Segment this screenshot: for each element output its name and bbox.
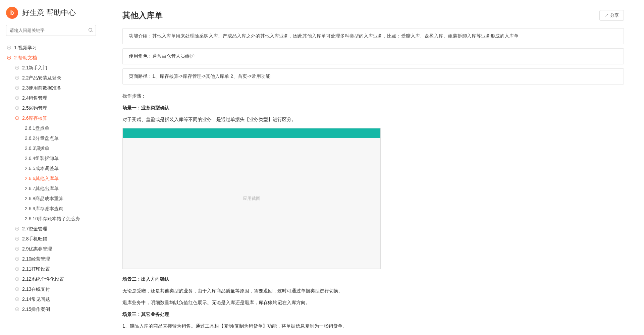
card-role-text: 通常由仓管人员维护 [152,53,195,59]
card-intro: 功能介绍：其他入库单用来处理除采购入库、产成品入库之外的其他入库业务，因此其他入… [122,28,624,44]
nav-item-2-6-10[interactable]: 2.6.10库存账本错了怎么办 [25,214,96,224]
nav-item-2-6-9[interactable]: 2.6.9库存账本查询 [25,204,96,214]
nav-label: 2.5采购管理 [22,103,47,113]
plus-icon [14,276,20,282]
plus-icon [14,65,20,71]
nav-label: 2.15操作案例 [22,304,50,314]
card-role: 使用角色：通常由仓管人员维护 [122,48,624,64]
nav-label: 2.14常见问题 [22,294,50,304]
nav-item-2-8[interactable]: 2.8手机旺铺 [14,234,96,244]
nav-item-video[interactable]: 1.视频学习 [6,43,96,53]
plus-icon [6,45,12,51]
nav-label: 2.10经营管理 [22,254,50,264]
nav-label: 2.6.7其他出库单 [25,183,59,193]
nav-label: 2.13在线支付 [22,284,50,294]
nav-item-2-6-5[interactable]: 2.6.5成本调整单 [25,163,96,173]
nav-label: 2.4销售管理 [22,93,47,103]
scene3-line1: 1、赠品入库的商品直接转为销售。通过工具栏【复制/复制为销货单】功能，将单据信息… [122,322,624,330]
nav-label: 2.11打印设置 [22,264,50,274]
card-intro-text: 其他入库单用来处理除采购入库、产成品入库之外的其他入库业务，因此其他入库单可处理… [152,33,519,39]
nav-item-2-6-2[interactable]: 2.6.2分量盘点单 [25,133,96,143]
steps-label: 操作步骤： [122,92,624,100]
nav-item-2-2[interactable]: 2.2产品安装及登录 [14,73,96,83]
scene1-heading: 场景一：业务类型确认 [122,104,624,112]
nav-label: 2.6.4组装拆卸单 [25,153,59,163]
share-label: 分享 [610,13,619,18]
nav-label: 2.1新手入门 [22,63,47,73]
scene2-line1: 无论是受赠，还是其他类型的业务，由于入库商品质量等原因，需要退回，这时可通过单据… [122,287,624,295]
brand-title: 好生意 帮助中心 [22,8,76,18]
article-body: 操作步骤： 场景一：业务类型确认 对于受赠、盘盈或是拆装入库等不同的业务，是通过… [122,92,624,331]
nav-label: 2.6.3调拨单 [25,143,49,153]
nav-label: 1.视频学习 [14,43,37,53]
nav-label: 2.帮助文档 [14,53,37,63]
nav-item-2-6-3[interactable]: 2.6.3调拨单 [25,143,96,153]
card-path-text: 1、库存核算->库存管理->其他入库单 2、首页->常用功能 [152,73,270,79]
main-content: 其他入库单 ↗ 分享 功能介绍：其他入库单用来处理除采购入库、产成品入库之外的其… [102,0,644,335]
nav-item-2-3[interactable]: 2.3使用前数据准备 [14,83,96,93]
nav-label: 2.8手机旺铺 [22,234,47,244]
plus-icon [14,296,20,302]
share-button[interactable]: ↗ 分享 [599,10,624,21]
brand: b 好生意 帮助中心 [6,7,96,19]
card-intro-label: 功能介绍： [129,33,152,39]
nav-item-2-6[interactable]: 2.6库存核算 [14,113,96,123]
nav-label: 2.6.9库存账本查询 [25,204,63,214]
nav-label: 2.6.8商品成本重算 [25,193,63,204]
nav-item-2-9[interactable]: 2.9优惠券管理 [14,244,96,254]
plus-icon [14,286,20,292]
nav-label: 2.3使用前数据准备 [22,83,61,93]
plus-icon [14,85,20,91]
nav-item-2-5[interactable]: 2.5采购管理 [14,103,96,113]
nav-item-2-1[interactable]: 2.1新手入门 [14,63,96,73]
search-icon[interactable] [88,27,93,34]
nav-item-2-6-4[interactable]: 2.6.4组装拆卸单 [25,153,96,163]
nav-label: 2.2产品安装及登录 [22,73,61,83]
nav-label: 2.6.5成本调整单 [25,163,59,173]
nav-item-docs[interactable]: 2.帮助文档 [6,53,96,63]
nav-item-2-7[interactable]: 2.7资金管理 [14,224,96,234]
nav-label: 2.6.6其他入库单 [25,173,59,183]
nav-label: 2.7资金管理 [22,224,47,234]
nav-item-2-14[interactable]: 2.14常见问题 [14,294,96,304]
nav-item-2-15[interactable]: 2.15操作案例 [14,304,96,314]
nav-label: 2.6.1盘点单 [25,123,49,133]
nav-item-2-6-6[interactable]: 2.6.6其他入库单 [25,173,96,183]
nav-item-2-6-7[interactable]: 2.6.7其他出库单 [25,183,96,193]
brand-logo: b [6,7,18,19]
svg-line-1 [92,31,93,32]
search-box [6,25,96,36]
nav-label: 2.6.10库存账本错了怎么办 [25,214,80,224]
plus-icon [14,246,20,252]
card-role-label: 使用角色： [129,53,152,59]
nav-item-2-13[interactable]: 2.13在线支付 [14,284,96,294]
nav-label: 2.6.2分量盘点单 [25,133,59,143]
nav-item-2-4[interactable]: 2.4销售管理 [14,93,96,103]
scene1-text: 对于受赠、盘盈或是拆装入库等不同的业务，是通过单据头【业务类型】进行区分。 [122,115,624,124]
minus-icon [14,115,20,121]
plus-icon [14,105,20,111]
plus-icon [14,266,20,272]
nav-label: 2.12系统个性化设置 [22,274,64,284]
plus-icon [14,236,20,242]
nav-item-2-12[interactable]: 2.12系统个性化设置 [14,274,96,284]
nav-label: 2.6库存核算 [22,113,47,123]
plus-icon [14,75,20,81]
scene2-line2: 退库业务中，明细数量均以负值红色展示。无论是入库还是退库，库存账均记在入库方向。 [122,298,624,307]
plus-icon [14,95,20,101]
scene3-heading: 场景三：其它业务处理 [122,310,624,319]
nav-item-2-10[interactable]: 2.10经营管理 [14,254,96,264]
nav-tree: 1.视频学习 2.帮助文档 2.1新手入门 2.2产品安装及登录 2.3使用前数… [6,43,96,314]
plus-icon [14,226,20,232]
svg-point-0 [89,28,92,31]
plus-icon [14,306,20,312]
nav-item-2-6-1[interactable]: 2.6.1盘点单 [25,123,96,133]
sidebar: b 好生意 帮助中心 1.视频学习 2.帮助文档 2.1新手入门 2.2产品安装… [0,0,102,335]
share-icon: ↗ [604,13,609,18]
minus-icon [6,55,12,61]
search-input[interactable] [6,25,96,36]
embedded-screenshot: 应用截图 [122,128,381,269]
page-title: 其他入库单 [122,10,163,21]
nav-item-2-6-8[interactable]: 2.6.8商品成本重算 [25,193,96,204]
nav-item-2-11[interactable]: 2.11打印设置 [14,264,96,274]
